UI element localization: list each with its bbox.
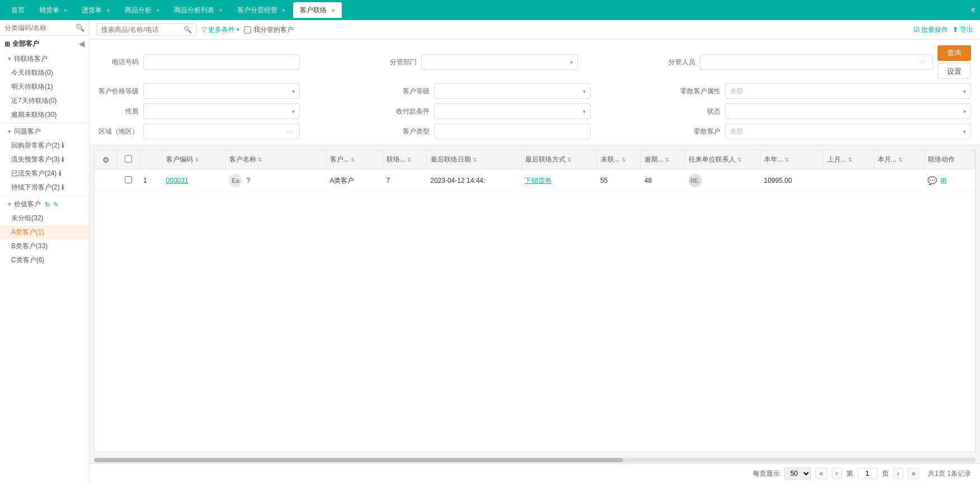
nav-tab-purchase[interactable]: 进货单 × [75,2,116,18]
horizontal-scrollbar[interactable] [89,457,980,463]
filter-retail-customer-select[interactable]: 全部 ▾ [725,124,971,139]
table-gear-icon[interactable]: ⚙ [102,155,110,164]
sidebar-item-7days[interactable]: 近7天待联络(0) [0,94,89,108]
filter-price-level-select[interactable]: ▾ [143,83,300,99]
scrollbar-track[interactable] [94,458,976,462]
nav-tab-goods-analysis-list[interactable]: 商品分析列表 × [167,2,229,18]
th-unit-contact[interactable]: 往来单位联系人 ⇅ [685,150,761,169]
th-overdue[interactable]: 逾期... ⇅ [641,150,685,169]
sidebar-group-value-customers[interactable]: ▼ 价值客户 ↻ ✎ [0,197,89,211]
filter-my-customers[interactable]: 我分管的客户 [244,25,294,35]
td-customer-type: A类客户 [326,169,383,192]
nav-tab-sales[interactable]: 销货单 × [32,2,74,18]
filter-field-customer-level: 客户等级 ▾ [389,83,680,99]
page-size-select[interactable]: 50 [784,467,811,480]
filter-department-select[interactable]: ▾ [421,54,578,70]
filter-region-ellipsis[interactable]: ··· [285,127,295,135]
filter-manager-select[interactable]: ··· [700,54,933,70]
sidebar-item-unclassified[interactable]: 未分组(32) [0,211,89,225]
th-customer-type[interactable]: 客户... ⇅ [326,150,383,169]
th-contact-count[interactable]: 联络... ⇅ [383,150,427,169]
sidebar-search-input[interactable] [4,24,76,32]
close-all-tabs[interactable]: × [970,5,976,15]
nav-tab-sales-close[interactable]: × [64,7,67,13]
filter-search-icon[interactable]: 🔍 [183,26,192,34]
filter-retail-attr-select[interactable]: 全部 ▾ [725,83,971,99]
row-checkbox[interactable] [125,176,132,183]
scrollbar-thumb[interactable] [94,458,623,462]
nav-tab-goods-analysis-label: 商品分析 [125,6,152,15]
nav-tab-customer-contact[interactable]: 客户联络 × [293,2,341,18]
filter-settings-btn[interactable]: 设置 [937,63,971,79]
th-customer-name[interactable]: 客户名称 ⇅ [225,150,326,169]
th-this-year[interactable]: 本年... ⇅ [761,150,824,169]
th-last-month[interactable]: 上月... ⇅ [823,150,874,169]
sidebar-item-today[interactable]: 今天待联络(0) [0,66,89,80]
table-row: 1 000031 Ea ? A类客户 7 2023-04-12 14:44: [95,169,975,192]
row-chat-icon[interactable]: 💬 [927,176,937,185]
nav-tab-customer-segment-close[interactable]: × [282,7,285,13]
last-contact-method-link[interactable]: 下销货单 [525,177,552,184]
filter-customer-level-label: 客户等级 [389,87,434,96]
filter-phone-input[interactable] [143,54,300,70]
nav-tab-customer-segment[interactable]: 客户分层经营 × [230,2,292,18]
sidebar-item-continuous-decline[interactable]: 持续下滑客户(2) ℹ [0,181,89,195]
nav-tab-goods-analysis-list-close[interactable]: × [219,7,222,13]
filter-region-select[interactable]: ··· [143,124,300,139]
customer-code-link[interactable]: 000031 [166,177,189,184]
nav-tab-purchase-close[interactable]: × [106,7,110,13]
sidebar-item-overdue-contact[interactable]: 逾期未联络(30) [0,108,89,122]
sidebar-item-tomorrow[interactable]: 明天待联络(1) [0,80,89,94]
filter-query-btn[interactable]: 查询 [937,45,971,61]
next-page-btn[interactable]: › [893,468,903,479]
sidebar-value-refresh[interactable]: ↻ [45,201,50,209]
row-grid-icon[interactable]: ⊞ [940,176,947,185]
nav-tab-goods-analysis[interactable]: 商品分析 × [118,2,166,18]
prev-page-btn[interactable]: ‹ [832,468,842,479]
filter-customer-type-select[interactable] [434,124,591,139]
filter-more-conditions[interactable]: ▽ 更多条件 ▾ [201,25,239,35]
sidebar-item-repeat-abnormal[interactable]: 回购异常客户(2) ℹ [0,139,89,153]
sidebar-item-class-c[interactable]: C类客户(6) [0,253,89,267]
sidebar-collapse-btn[interactable]: ◀ [79,40,84,48]
nav-tab-home[interactable]: 首页 [4,2,31,18]
th-customer-code[interactable]: 客户编码 ⇅ [163,150,226,169]
filter-customer-level-select[interactable]: ▾ [434,83,591,99]
th-no-contact[interactable]: 未联... ⇅ [597,150,641,169]
export-btn[interactable]: ⬆ 导出 [953,25,973,35]
table-select-all[interactable] [125,155,132,163]
th-last-contact-method-label: 最后联络方式 [525,155,566,164]
sidebar-item-lost[interactable]: 已流失客户(24) ℹ [0,167,89,181]
sidebar-group-pending-label: 待联络客户 [14,54,48,64]
filter-status-select[interactable]: ▾ [725,103,971,119]
sidebar-item-class-a[interactable]: A类客户(1) [0,225,89,239]
th-last-contact-method[interactable]: 最后联络方式 ⇅ [521,150,597,169]
sidebar-all-customers-label[interactable]: 全部客户 [12,39,39,49]
filter-payment-arrow: ▾ [583,108,586,115]
filter-payment-select[interactable]: ▾ [434,103,591,119]
filter-my-customers-checkbox[interactable] [244,26,251,34]
sidebar-group-problem-customers[interactable]: ▼ 问题客户 [0,125,89,139]
filter-search-input[interactable] [101,26,181,34]
th-this-month[interactable]: 本月... ⇅ [874,150,924,169]
page-number-input[interactable] [858,468,878,479]
sidebar-item-class-b[interactable]: B类客户(33) [0,239,89,253]
sidebar-group-pending-contact[interactable]: ▼ 待联络客户 [0,52,89,66]
nav-tab-customer-contact-close[interactable]: × [331,7,334,13]
nav-tab-goods-analysis-close[interactable]: × [156,7,159,13]
th-customer-name-sort: ⇅ [258,157,262,163]
first-page-btn[interactable]: « [816,468,827,479]
filter-manager-ellipsis[interactable]: ··· [918,58,928,66]
page-size-label: 每页显示 [753,469,780,479]
th-this-month-sort: ⇅ [898,157,903,163]
bulk-action-btn[interactable]: ☑ 批量操作 [913,25,948,35]
export-icon: ⬆ [953,26,958,34]
last-page-btn[interactable]: » [908,468,920,479]
th-last-contact-date[interactable]: 最后联络日期 ⇅ [427,150,521,169]
sidebar-search-icon[interactable]: 🔍 [76,23,84,32]
sidebar-item-lost-warning[interactable]: 流失预警客户(3) ℹ [0,153,89,167]
td-customer-code[interactable]: 000031 [163,169,226,192]
filter-nature-select[interactable]: ▾ [143,103,300,119]
sidebar-value-edit[interactable]: ✎ [53,201,59,209]
filter-phone-label: 电话号码 [98,58,143,67]
